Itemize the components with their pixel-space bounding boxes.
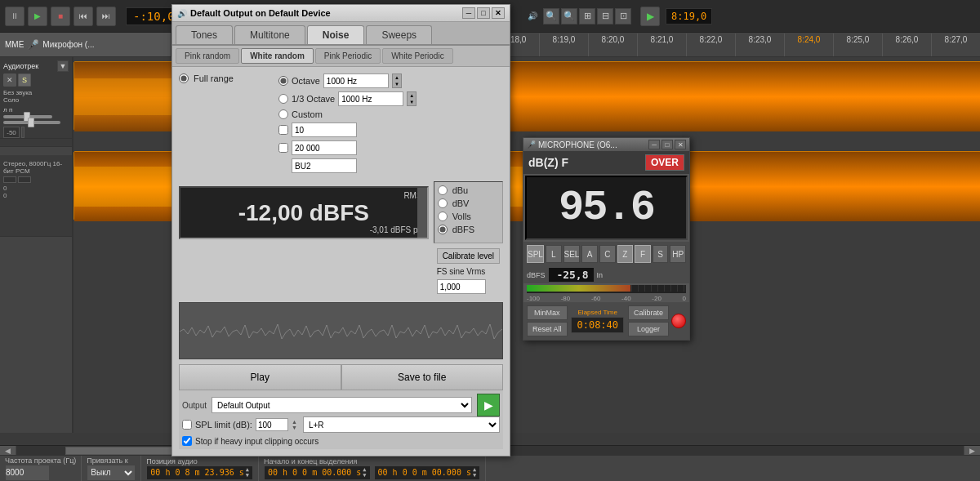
vu-maximize-button[interactable]: □ bbox=[662, 140, 673, 149]
tab-noise[interactable]: Noise bbox=[307, 25, 365, 44]
subtab-pink-random[interactable]: Pink random bbox=[176, 48, 239, 64]
f-filter-button[interactable]: F bbox=[635, 245, 651, 263]
play-button-dialog[interactable]: Play bbox=[179, 364, 341, 390]
prev-button[interactable]: ⏮ bbox=[74, 7, 93, 26]
stop-clipping-checkbox[interactable] bbox=[182, 436, 192, 446]
ruler-mark: 8:20,0 bbox=[588, 33, 637, 56]
field1-input[interactable] bbox=[292, 122, 357, 137]
audio-pos-display[interactable]: 00 h 0 8 m 23.936 s ▲ ▼ bbox=[146, 465, 253, 480]
volls-radio[interactable] bbox=[438, 212, 448, 221]
dialog-maximize-button[interactable]: □ bbox=[477, 7, 490, 19]
start-spinbox[interactable]: ▲ ▼ bbox=[363, 467, 366, 479]
z-weight-button[interactable]: Z bbox=[617, 245, 634, 263]
right-play-button[interactable]: ▶ bbox=[640, 7, 660, 26]
vu-over-indicator: OVER bbox=[645, 154, 684, 171]
vu-measurement-label: dB(Z) F bbox=[528, 156, 568, 169]
selection-end-display[interactable]: 00 h 0 0 m 00.000 s ▲ ▼ bbox=[374, 465, 481, 480]
zoom-out-button[interactable]: 🔍 bbox=[561, 8, 577, 24]
custom-radio[interactable] bbox=[278, 109, 288, 119]
left-options: Full range bbox=[179, 73, 269, 176]
subtab-white-periodic[interactable]: White Periodic bbox=[382, 48, 452, 64]
third-octave-spinbox[interactable]: ▲ ▼ bbox=[407, 91, 416, 106]
selection-start-display[interactable]: 00 h 0 0 m 00.000 s ▲ ▼ bbox=[264, 465, 371, 480]
calibrate-logger-button[interactable]: Calibrate bbox=[628, 305, 669, 320]
vu-minimize-button[interactable]: ─ bbox=[648, 140, 660, 149]
zoom-reset-button[interactable]: ⊟ bbox=[597, 8, 613, 24]
dbv-radio[interactable] bbox=[438, 198, 448, 208]
audio-pos-value: 00 h 0 8 m 23.936 s bbox=[150, 468, 243, 477]
dbfs-radio[interactable] bbox=[438, 225, 448, 234]
db-small-2: 0 bbox=[3, 192, 69, 199]
output-device-select[interactable]: Default Output bbox=[212, 397, 472, 413]
zoom-in-button[interactable]: 🔍 bbox=[543, 8, 559, 24]
field2-checkbox[interactable] bbox=[278, 143, 288, 153]
third-octave-radio[interactable] bbox=[278, 94, 288, 104]
in-label: In bbox=[597, 271, 604, 279]
next-button[interactable]: ⏭ bbox=[96, 7, 116, 26]
audio-pos-spinbox[interactable]: ▲ ▼ bbox=[246, 467, 249, 479]
volume-slider[interactable] bbox=[3, 121, 60, 124]
sel-button[interactable]: SEL bbox=[564, 245, 581, 263]
dbv-option: dBV bbox=[438, 198, 499, 208]
octave-radio[interactable] bbox=[278, 76, 288, 86]
track-collapse-button[interactable]: ▼ bbox=[57, 60, 69, 72]
record-indicator bbox=[671, 314, 686, 328]
spl-checkbox[interactable] bbox=[182, 420, 192, 430]
pause-button[interactable]: ⏸ bbox=[5, 7, 24, 26]
dbu-radio[interactable] bbox=[438, 185, 448, 195]
fs-sine-label: FS sine Vrms bbox=[437, 267, 500, 276]
octave-spinbox[interactable]: ▲ ▼ bbox=[392, 73, 402, 88]
volume-icon: 🔊 bbox=[528, 11, 537, 20]
spl-spinbox[interactable]: ▲ ▼ bbox=[292, 419, 300, 430]
dbu-option: dBu bbox=[438, 185, 499, 195]
level-scrollbar[interactable] bbox=[417, 188, 427, 238]
mic-device-label: Микрофон (... bbox=[42, 40, 94, 49]
full-range-radio[interactable] bbox=[179, 73, 189, 83]
save-to-file-button[interactable]: Save to file bbox=[341, 364, 504, 390]
spl-row: SPL limit (dB): ▲ ▼ L+R bbox=[179, 416, 503, 436]
a-weight-button[interactable]: A bbox=[581, 245, 598, 263]
vu-title-left: 🎤 MICROPHONE (O6... bbox=[527, 140, 617, 149]
s-filter-button[interactable]: S bbox=[653, 245, 669, 263]
level-bar bbox=[21, 127, 24, 138]
vu-close-button[interactable]: ✕ bbox=[675, 140, 686, 149]
hp-filter-button[interactable]: HP bbox=[670, 245, 686, 263]
tab-tones[interactable]: Tones bbox=[176, 25, 233, 44]
tab-sweeps[interactable]: Sweeps bbox=[366, 25, 432, 44]
c-weight-button[interactable]: C bbox=[599, 245, 616, 263]
field1-checkbox[interactable] bbox=[278, 125, 288, 135]
l-button[interactable]: L bbox=[546, 245, 562, 263]
bind-label: Привязать к bbox=[87, 457, 136, 465]
custom-field3-row bbox=[278, 158, 503, 173]
spl-mode-button[interactable]: SPL bbox=[527, 245, 544, 263]
spl-input[interactable] bbox=[256, 418, 288, 431]
output-play-button[interactable]: ▶ bbox=[477, 394, 500, 416]
subtab-white-random[interactable]: White random bbox=[241, 48, 314, 64]
solo-button[interactable]: S bbox=[18, 73, 31, 87]
octave-value-input[interactable] bbox=[323, 73, 389, 88]
sample-rate-input[interactable] bbox=[5, 465, 50, 481]
calibrate-button[interactable]: Calibrate level bbox=[437, 248, 500, 264]
logger-button[interactable]: Logger bbox=[628, 322, 669, 336]
play-save-row: Play Save to file bbox=[179, 364, 503, 390]
subtab-pink-periodic[interactable]: Pink Periodic bbox=[315, 48, 381, 64]
channel-select[interactable]: L+R bbox=[303, 416, 500, 433]
dialog-close-button[interactable]: ✕ bbox=[492, 7, 505, 19]
stop-button[interactable]: ■ bbox=[51, 7, 70, 26]
play-button[interactable]: ▶ bbox=[28, 7, 47, 26]
minmax-button[interactable]: MinMax bbox=[527, 305, 568, 320]
field3-input[interactable] bbox=[292, 158, 357, 173]
reset-all-button[interactable]: Reset All bbox=[527, 322, 568, 336]
end-spinbox[interactable]: ▲ ▼ bbox=[473, 467, 476, 479]
mute-button[interactable]: ✕ bbox=[3, 73, 16, 87]
tab-multitone[interactable]: Multitone bbox=[234, 25, 305, 44]
elapsed-display: 0:08:40 bbox=[571, 317, 624, 333]
zoom-fit-button[interactable]: ⊞ bbox=[579, 8, 595, 24]
third-octave-value-input[interactable] bbox=[338, 91, 403, 106]
output-label: Output bbox=[182, 401, 207, 410]
field2-input[interactable] bbox=[292, 140, 357, 155]
fs-value-input[interactable] bbox=[437, 279, 486, 294]
bind-select[interactable]: Выкл bbox=[87, 465, 136, 481]
dialog-minimize-button[interactable]: ─ bbox=[462, 7, 475, 19]
zoom-custom-button[interactable]: ⊡ bbox=[615, 8, 631, 24]
